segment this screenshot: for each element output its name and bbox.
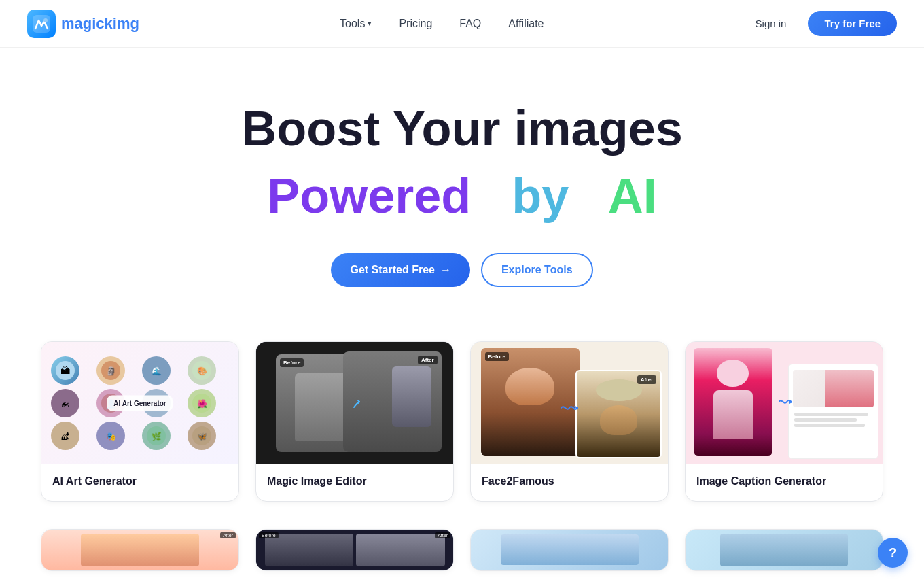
svg-text:🏍: 🏍 bbox=[61, 399, 69, 409]
try-free-button[interactable]: Try for Free bbox=[808, 11, 897, 36]
hero-by: by bbox=[512, 169, 569, 223]
explore-tools-button[interactable]: Explore Tools bbox=[481, 253, 593, 287]
card-ai-art-image: 🏔 🗿 🌊 🎨 🏍 AI Art Generator 👤 bbox=[41, 342, 238, 464]
nav-pricing[interactable]: Pricing bbox=[399, 18, 432, 30]
cards-row-1: 🏔 🗿 🌊 🎨 🏍 AI Art Generator 👤 bbox=[0, 328, 924, 529]
help-button[interactable]: ? bbox=[878, 538, 908, 568]
after-label: After bbox=[418, 356, 438, 364]
svg-text:🏕: 🏕 bbox=[61, 432, 69, 441]
hero-subtitle: Powered by AI bbox=[14, 167, 910, 225]
avatar-circle: 🌿 bbox=[142, 422, 171, 450]
card-bottom-4-image bbox=[686, 530, 883, 570]
hero-ai: AI bbox=[608, 169, 657, 223]
card-bottom-1[interactable]: After bbox=[41, 529, 239, 571]
svg-text:🌿: 🌿 bbox=[152, 431, 162, 441]
bottom2-after-tag: After bbox=[435, 532, 450, 538]
logo-link[interactable]: magickimg bbox=[27, 10, 139, 38]
svg-rect-0 bbox=[33, 15, 50, 33]
nav-tools[interactable]: Tools ▾ bbox=[340, 18, 372, 30]
nav-faq[interactable]: FAQ bbox=[459, 18, 481, 30]
card-image-caption-generator[interactable]: Image Caption Generator bbox=[685, 341, 883, 502]
avatar-circle: 🎭 bbox=[96, 422, 125, 450]
svg-text:🏔: 🏔 bbox=[60, 365, 70, 376]
hero-section: Boost Your images Powered by AI Get Star… bbox=[0, 48, 924, 328]
hero-buttons: Get Started Free → Explore Tools bbox=[14, 253, 910, 287]
card-face2famous[interactable]: Before After bbox=[470, 341, 669, 502]
avatar-circle: 🏕 bbox=[51, 422, 79, 450]
hero-powered: Powered bbox=[267, 169, 471, 223]
card-bottom-3[interactable] bbox=[470, 529, 669, 571]
card-bottom-3-image bbox=[471, 530, 668, 570]
card-caption-title: Image Caption Generator bbox=[686, 464, 883, 501]
bottom2-before-tag: Before bbox=[259, 532, 279, 538]
card-face-image: Before After bbox=[471, 342, 668, 464]
svg-point-1 bbox=[43, 18, 48, 22]
avatar-circle: 🎨 bbox=[188, 356, 216, 385]
svg-text:🌊: 🌊 bbox=[152, 366, 162, 376]
get-started-button[interactable]: Get Started Free → bbox=[331, 253, 469, 287]
card-ai-art-title: AI Art Generator bbox=[41, 464, 238, 501]
card-caption-image bbox=[686, 342, 883, 464]
sign-in-button[interactable]: Sign in bbox=[745, 12, 798, 35]
card-face2famous-title: Face2Famous bbox=[471, 464, 668, 501]
tools-chevron-icon: ▾ bbox=[368, 19, 372, 28]
svg-text:🗿: 🗿 bbox=[106, 366, 116, 376]
svg-text:🌺: 🌺 bbox=[197, 398, 207, 409]
card-magic-image: Before After bbox=[256, 342, 453, 464]
navbar: magickimg Tools ▾ Pricing FAQ Affiliate … bbox=[0, 0, 924, 48]
nav-actions: Sign in Try for Free bbox=[745, 11, 897, 36]
svg-text:🦋: 🦋 bbox=[197, 431, 207, 441]
card-magic-title: Magic Image Editor bbox=[256, 464, 453, 501]
avatar-circle: 🗿 bbox=[96, 356, 125, 385]
card-bottom-4[interactable] bbox=[685, 529, 883, 571]
card-bottom-2[interactable]: Before After bbox=[255, 529, 454, 571]
card-magic-image-editor[interactable]: Before After Magic bbox=[255, 341, 454, 502]
svg-text:🎭: 🎭 bbox=[106, 431, 116, 441]
face-before-label: Before bbox=[485, 352, 509, 361]
nav-affiliate[interactable]: Affiliate bbox=[508, 18, 544, 30]
card-bottom-2-image: Before After bbox=[256, 530, 453, 570]
avatar-circle: 🏔 bbox=[51, 356, 79, 385]
logo-icon bbox=[27, 10, 56, 38]
face-after-label: After bbox=[637, 375, 657, 384]
card-bottom-1-image: After bbox=[41, 530, 238, 570]
cards-row-2: After Before After bbox=[0, 529, 924, 584]
arrow-right-icon: → bbox=[440, 264, 451, 276]
bottom1-after-tag: After bbox=[220, 532, 236, 538]
avatar-circle: 🏍 bbox=[51, 389, 79, 417]
card-ai-art-generator[interactable]: 🏔 🗿 🌊 🎨 🏍 AI Art Generator 👤 bbox=[41, 341, 239, 502]
logo-text: magickimg bbox=[61, 15, 139, 33]
avatar-circle: 🌊 bbox=[142, 356, 171, 385]
avatar-circle: 🦋 bbox=[188, 422, 216, 450]
nav-links: Tools ▾ Pricing FAQ Affiliate bbox=[340, 18, 544, 30]
ai-art-center-label: AI Art Generator bbox=[107, 395, 173, 411]
avatar-circle: 🌺 bbox=[188, 389, 216, 417]
svg-text:🎨: 🎨 bbox=[197, 366, 207, 376]
before-label: Before bbox=[280, 358, 304, 367]
hero-title: Boost Your images bbox=[14, 102, 910, 156]
